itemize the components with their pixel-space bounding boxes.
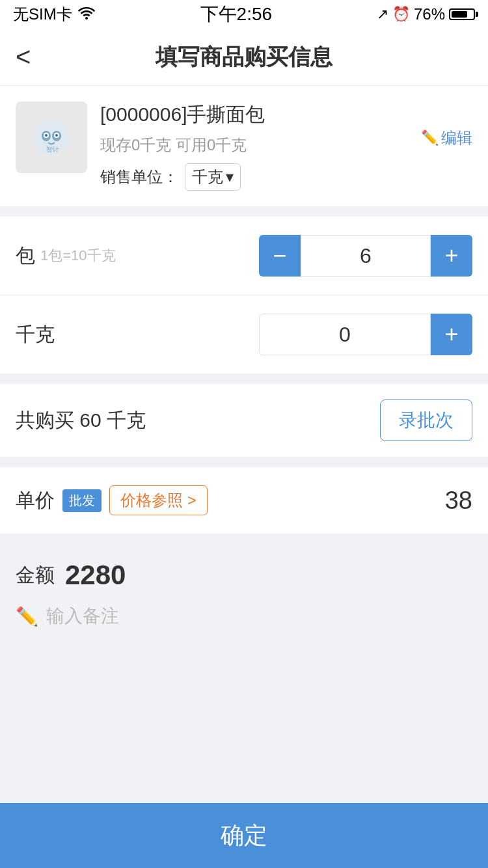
content-area: 智计 [0000006]手撕面包 现存0千克 可用0千克 销售单位： 千克 ▾ … xyxy=(0,86,488,868)
price-value: 38 xyxy=(445,487,472,515)
product-unit: 销售单位： 千克 ▾ xyxy=(100,163,472,191)
amount-label: 金额 xyxy=(16,562,55,589)
product-card: 智计 [0000006]手撕面包 现存0千克 可用0千克 销售单位： 千克 ▾ … xyxy=(0,86,488,206)
unit-select[interactable]: 千克 ▾ xyxy=(185,163,241,191)
package-decrement-button[interactable]: − xyxy=(259,235,301,277)
package-hint: 1包=10千克 xyxy=(40,246,116,265)
input-section: 包 1包=10千克 − + 千克 + xyxy=(0,217,488,373)
status-time: 下午2:56 xyxy=(200,2,273,27)
wifi-icon xyxy=(77,5,96,23)
battery-icon xyxy=(449,8,475,20)
battery-percent: 76% xyxy=(414,5,445,23)
note-row[interactable]: ✏️ 输入备注 xyxy=(16,604,472,629)
summary-section: 共购买 60 千克 录批次 xyxy=(0,384,488,457)
product-image: 智计 xyxy=(16,102,87,173)
page-title: 填写商品购买信息 xyxy=(156,42,332,72)
alarm-icon: ⏰ xyxy=(392,6,410,23)
status-bar: 无SIM卡 下午2:56 ↗ ⏰ 76% xyxy=(0,0,488,29)
chevron-down-icon: ▾ xyxy=(226,168,234,186)
confirm-button[interactable]: 确定 xyxy=(0,803,488,868)
kg-input[interactable] xyxy=(259,314,431,355)
package-input[interactable] xyxy=(301,235,431,277)
note-placeholder: 输入备注 xyxy=(46,604,119,629)
kg-input-row: 千克 + xyxy=(0,295,488,373)
svg-point-5 xyxy=(45,134,47,137)
package-input-row: 包 1包=10千克 − + xyxy=(0,217,488,295)
amount-section: 金额 2280 ✏️ 输入备注 xyxy=(0,544,488,642)
kg-increment-button[interactable]: + xyxy=(431,314,472,355)
kg-label: 千克 xyxy=(16,321,55,348)
product-stock: 现存0千克 可用0千克 xyxy=(100,135,472,156)
kg-controls: + xyxy=(259,314,472,355)
pencil-icon: ✏️ xyxy=(16,606,38,627)
status-left: 无SIM卡 xyxy=(13,4,96,25)
nav-bar: < 填写商品购买信息 xyxy=(0,29,488,86)
carrier-label: 无SIM卡 xyxy=(13,4,72,25)
edit-icon: ✏️ xyxy=(421,129,439,146)
svg-point-6 xyxy=(55,134,58,137)
batch-tag: 批发 xyxy=(62,489,102,512)
product-name: [0000006]手撕面包 xyxy=(100,102,472,128)
back-button[interactable]: < xyxy=(16,42,31,72)
package-controls: − + xyxy=(259,235,472,277)
unit-price-label: 单价 xyxy=(16,487,55,514)
status-right: ↗ ⏰ 76% xyxy=(377,5,475,23)
price-section: 单价 批发 价格参照 > 38 xyxy=(0,467,488,534)
batch-record-button[interactable]: 录批次 xyxy=(380,400,472,441)
product-info: [0000006]手撕面包 现存0千克 可用0千克 销售单位： 千克 ▾ xyxy=(100,102,472,191)
location-icon: ↗ xyxy=(377,6,388,23)
svg-text:智计: 智计 xyxy=(46,146,59,153)
price-reference-button[interactable]: 价格参照 > xyxy=(109,485,208,515)
summary-text: 共购买 60 千克 xyxy=(16,407,146,434)
package-increment-button[interactable]: + xyxy=(431,235,472,277)
price-left: 单价 批发 价格参照 > xyxy=(16,485,208,515)
amount-value: 2280 xyxy=(65,560,126,591)
package-label: 包 xyxy=(16,243,35,269)
amount-row: 金额 2280 xyxy=(16,560,472,591)
edit-button[interactable]: ✏️ 编辑 xyxy=(421,128,472,148)
